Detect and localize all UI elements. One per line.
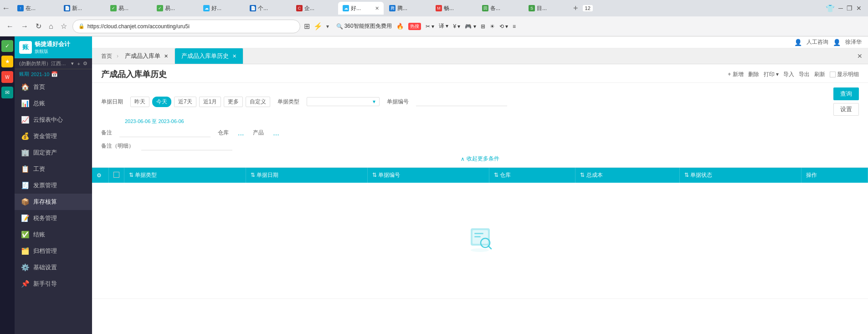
fund-icon: 💰	[21, 132, 30, 140]
tab-list-tab[interactable]: 产成品入库单 ✕	[118, 48, 175, 64]
close-history-tab-icon[interactable]: ✕	[232, 53, 236, 59]
sidebar-item-tax[interactable]: 📝 税务管理	[15, 210, 92, 226]
layout-tool[interactable]: ⊞	[481, 23, 485, 30]
import-button[interactable]: 导入	[783, 71, 794, 78]
show-label-checkbox[interactable]	[830, 72, 836, 77]
table-header-total-cost[interactable]: ⇅ 总成本	[575, 168, 679, 183]
sidebar-item-general-ledger[interactable]: 📊 总账	[15, 95, 92, 112]
table-header-type[interactable]: ⇅ 单据类型	[124, 168, 246, 183]
sidebar-item-payroll[interactable]: 📋 工资	[15, 161, 92, 177]
tab-7[interactable]: C 企...	[292, 2, 337, 15]
back-button[interactable]: ←	[5, 21, 15, 31]
sidebar-item-inventory[interactable]: 📦 库存核算	[15, 194, 92, 210]
date-1month-btn[interactable]: 近1月	[199, 97, 221, 107]
bookmark-button[interactable]: ☆	[59, 21, 69, 31]
print-button[interactable]: 打印 ▾	[764, 71, 779, 78]
table-container: ⚙ ⇅ 单据类型 ⇅ 单据日期	[92, 168, 868, 299]
table-header-warehouse[interactable]: ⇅ 仓库	[489, 168, 575, 183]
lightning-icon[interactable]: ⚡	[313, 22, 323, 31]
select-all-checkbox[interactable]	[113, 172, 119, 178]
warehouse-filter-label: 仓库	[218, 129, 229, 137]
sidebar-item-fund[interactable]: 💰 资金管理	[15, 128, 92, 144]
dropdown-arrow[interactable]: ▾	[326, 23, 329, 30]
close-window-button[interactable]: ✕	[856, 5, 862, 12]
display-tool[interactable]: ☀	[490, 23, 495, 30]
show-label-toggle[interactable]: 显示明细	[830, 71, 859, 78]
sidebar-icon-star[interactable]: ★	[1, 56, 13, 67]
settings-button[interactable]: 设置	[833, 103, 859, 116]
sidebar-item-report-center[interactable]: 📈 云报表中心	[15, 112, 92, 128]
human-service-label[interactable]: 人工咨询	[806, 38, 828, 46]
back-forward-tool[interactable]: ⟲ ▾	[499, 23, 508, 30]
sidebar-icon-weibo[interactable]: W	[1, 71, 13, 83]
add-company-icon[interactable]: +	[77, 61, 80, 67]
tab-2[interactable]: 📄 新...	[59, 2, 105, 15]
yuan-tool[interactable]: ¥ ▾	[453, 23, 460, 30]
date-more-btn[interactable]: 更多	[224, 97, 243, 107]
date-yesterday-btn[interactable]: 昨天	[130, 97, 149, 107]
table-header-number[interactable]: ⇅ 单据编号	[367, 168, 489, 183]
tab-10[interactable]: M 畅...	[431, 2, 477, 15]
breadcrumb-home[interactable]: 首页	[97, 49, 117, 64]
refresh-button[interactable]: 刷新	[814, 71, 825, 78]
close-list-tab-icon[interactable]: ✕	[164, 53, 168, 59]
settings-company-icon[interactable]: ⚙	[83, 61, 87, 67]
tab-6[interactable]: 📄 个...	[245, 2, 291, 15]
remark-filter-input[interactable]	[119, 128, 211, 137]
add-button[interactable]: + 新增	[728, 71, 743, 78]
tab-3[interactable]: ✓ 易...	[106, 2, 151, 15]
translate-tool[interactable]: 译 ▾	[439, 22, 448, 30]
product-filter-dots[interactable]: ...	[271, 129, 281, 137]
tab-close-8[interactable]: ✕	[375, 5, 379, 11]
collapse-button[interactable]: ∧ 收起更多条件	[461, 155, 499, 163]
tab-4[interactable]: ✓ 易...	[152, 2, 198, 15]
number-filter-input[interactable]	[416, 98, 507, 106]
sidebar-item-archive[interactable]: 🗂️ 归档管理	[15, 243, 92, 259]
type-filter-select[interactable]: ▾	[307, 97, 380, 106]
table-header-checkbox[interactable]	[108, 168, 124, 183]
close-right-panel-x[interactable]: ✕	[852, 50, 868, 62]
export-button[interactable]: 导出	[799, 71, 810, 78]
tab-5[interactable]: ☁ 好...	[199, 2, 244, 15]
app-logo[interactable]: 账 畅捷通好会计 旗舰版	[15, 36, 92, 58]
sidebar-item-invoice[interactable]: 🧾 发票管理	[15, 177, 92, 194]
date-custom-btn[interactable]: 自定义	[246, 97, 270, 107]
table-header-date[interactable]: ⇅ 单据日期	[246, 168, 367, 183]
table-header-status[interactable]: ⇅ 单据状态	[679, 168, 801, 183]
minimize-button[interactable]: ─	[838, 5, 843, 12]
company-selector[interactable]: (勿删勿禁用）江西服宝测试专用 ▾ + ⚙	[15, 58, 92, 69]
sidebar-item-home[interactable]: 🏠 首页	[15, 79, 92, 95]
sidebar-item-new-guide[interactable]: 📌 新手引导	[15, 276, 92, 292]
tab-history-tab[interactable]: 产成品入库单历史 ✕	[175, 48, 243, 64]
tab-9[interactable]: 腾 腾...	[385, 2, 430, 15]
sidebar-item-checkout[interactable]: ✅ 结账	[15, 226, 92, 243]
tab-11[interactable]: 田 各...	[478, 2, 523, 15]
date-filter-buttons: 昨天 今天 近7天 近1月 更多 自定义	[130, 97, 270, 107]
warehouse-filter-dots[interactable]: ...	[236, 129, 246, 137]
grid-icon[interactable]: ⊞	[304, 22, 310, 31]
date-today-btn[interactable]: 今天	[152, 97, 171, 107]
url-bar[interactable]: 🔒 https://cloud.chanjet.com/accounting/u…	[72, 20, 300, 33]
calendar-icon[interactable]: 📅	[51, 71, 58, 77]
sidebar-icon-email[interactable]: ✉	[1, 87, 13, 98]
more-tool[interactable]: ≡	[513, 23, 516, 30]
tab-8-active[interactable]: ☁ 好... ✕	[338, 2, 384, 15]
add-tab-button[interactable]: +	[570, 4, 581, 13]
reload-button[interactable]: ↻	[34, 21, 43, 31]
query-button[interactable]: 查询	[833, 87, 859, 100]
search-360[interactable]: 🔍 360智能抠图免费用	[336, 22, 392, 30]
sidebar-item-basic-settings[interactable]: ⚙️ 基础设置	[15, 259, 92, 276]
sidebar-icon-main[interactable]: ✓	[1, 40, 13, 52]
date-7days-btn[interactable]: 近7天	[174, 97, 196, 107]
tab-1[interactable]: ↑ 在...	[13, 2, 58, 15]
forward-button[interactable]: →	[19, 21, 30, 31]
scissors-tool[interactable]: ✂ ▾	[426, 23, 434, 30]
sidebar-item-fixed-assets[interactable]: 🏢 固定资产	[15, 144, 92, 161]
tab-12[interactable]: S 目...	[524, 2, 570, 15]
detail-remark-input[interactable]	[141, 142, 232, 150]
game-tool[interactable]: 🎮 ▾	[465, 23, 476, 30]
table-header-gear[interactable]: ⚙	[92, 168, 108, 183]
home-button[interactable]: ⌂	[47, 21, 55, 31]
maximize-button[interactable]: ❐	[847, 5, 853, 12]
delete-button[interactable]: 删除	[748, 71, 759, 78]
